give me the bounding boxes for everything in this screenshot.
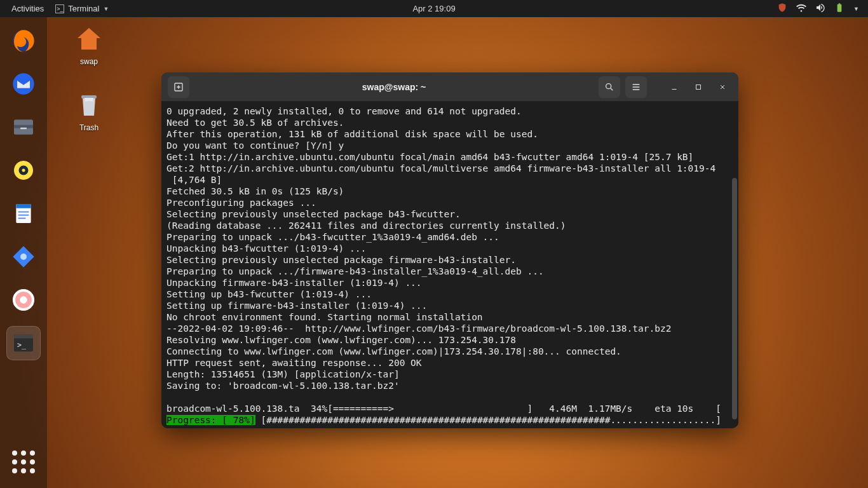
dock-rhythmbox[interactable]: [6, 153, 41, 187]
menu-icon: [631, 82, 641, 92]
window-title: swap@swap: ~: [194, 82, 593, 92]
terminal-titlebar[interactable]: swap@swap: ~: [161, 72, 738, 102]
close-icon: [719, 83, 726, 91]
dock-help[interactable]: [6, 283, 41, 317]
svg-point-16: [20, 296, 27, 304]
svg-point-22: [606, 83, 611, 88]
maximize-icon: [695, 83, 702, 91]
shield-icon: [777, 3, 787, 15]
dock-show-apps[interactable]: [6, 445, 41, 479]
search-icon: [604, 82, 614, 92]
hamburger-menu-button[interactable]: [625, 76, 647, 98]
svg-rect-9: [16, 204, 31, 208]
desktop-icon-label: swap: [64, 57, 114, 66]
svg-point-14: [20, 254, 27, 260]
dock-settings[interactable]: [6, 240, 41, 274]
clock[interactable]: Apr 2 19:09: [412, 4, 455, 13]
desktop-icon-label: Trash: [64, 123, 114, 132]
dock-firefox[interactable]: [6, 24, 41, 58]
chevron-down-icon: ▼: [853, 6, 859, 12]
app-menu-label: Terminal: [68, 4, 99, 13]
system-status-area[interactable]: ▼: [777, 3, 868, 15]
trash-icon: [74, 90, 104, 121]
minimize-button[interactable]: [665, 76, 684, 98]
terminal-body[interactable]: 0 upgraded, 2 newly installed, 0 to remo…: [161, 102, 738, 428]
new-tab-button[interactable]: [168, 76, 189, 98]
home-folder-icon: [74, 24, 104, 55]
chevron-down-icon: ▼: [103, 6, 109, 12]
search-button[interactable]: [599, 76, 620, 98]
desktop-icon-trash[interactable]: Trash: [64, 90, 114, 132]
dock-files[interactable]: [6, 110, 41, 144]
app-menu[interactable]: >_ Terminal ▼: [49, 4, 115, 13]
svg-rect-10: [18, 212, 29, 213]
svg-rect-23: [696, 85, 701, 89]
dock: >_: [0, 17, 47, 488]
terminal-icon: >_: [55, 4, 64, 13]
dock-terminal[interactable]: >_: [6, 326, 41, 360]
dock-writer[interactable]: [6, 196, 41, 231]
apt-progress-label: Progress: [ 78%]: [166, 415, 255, 425]
scrollbar-thumb[interactable]: [732, 178, 737, 419]
apt-progress-bar: [#######################################…: [255, 415, 721, 425]
maximize-button[interactable]: [689, 76, 708, 98]
svg-point-7: [22, 169, 25, 172]
plus-in-square-icon: [173, 82, 184, 92]
svg-rect-18: [14, 335, 33, 339]
close-button[interactable]: [713, 76, 732, 98]
activities-button[interactable]: Activities: [6, 0, 49, 17]
svg-rect-12: [18, 218, 26, 219]
svg-rect-4: [20, 128, 27, 130]
terminal-output: 0 upgraded, 2 newly installed, 0 to remo…: [166, 105, 733, 414]
volume-icon: [815, 3, 825, 15]
svg-rect-11: [18, 215, 29, 216]
battery-icon: [834, 3, 844, 15]
dock-thunderbird[interactable]: [6, 67, 41, 101]
top-panel: Activities >_ Terminal ▼ Apr 2 19:09 ▼: [0, 0, 868, 17]
apps-grid-icon: [12, 451, 35, 473]
desktop-icon-swap[interactable]: swap: [64, 24, 114, 66]
terminal-window: swap@swap: ~ 0 upgraded, 2 newly install…: [161, 72, 738, 428]
wifi-icon: [796, 3, 806, 15]
svg-text:>_: >_: [17, 341, 27, 349]
minimize-icon: [670, 83, 678, 91]
